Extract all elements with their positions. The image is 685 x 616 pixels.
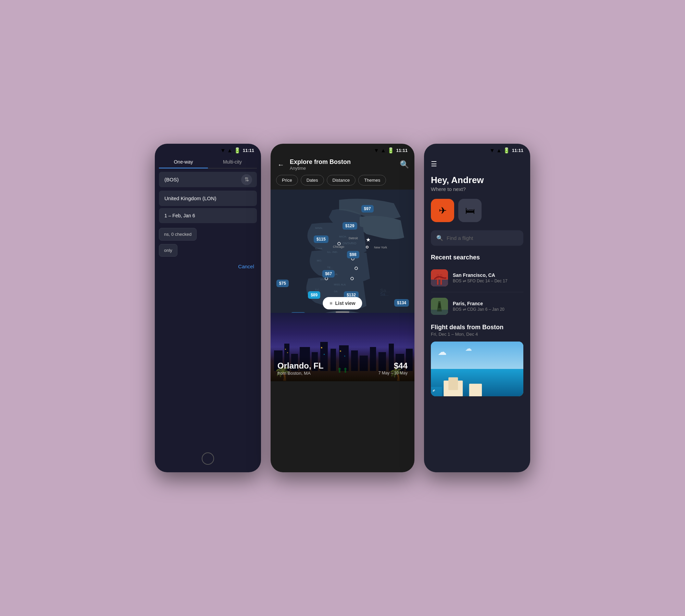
battery-icon-right: 🔋 bbox=[503, 147, 510, 154]
flight-search-bar[interactable]: 🔍 Find a flight bbox=[431, 230, 523, 246]
paris-city: Paris, France bbox=[453, 301, 523, 306]
paris-info: Paris, France BOS ⇌ CDG Jan 6 – Jan 20 bbox=[453, 301, 523, 312]
price-pin-67[interactable]: $67 bbox=[322, 270, 335, 278]
svg-rect-48 bbox=[285, 349, 286, 350]
phone-right: ▼ ▲ 🔋 11:11 ☰ Hey, Andrew Where to next?… bbox=[424, 144, 530, 472]
svg-text:IOWA: IOWA bbox=[315, 247, 323, 250]
destination-dates: 7 May – 10 May bbox=[378, 371, 408, 375]
svg-text:New York: New York bbox=[374, 246, 387, 249]
hamburger-icon[interactable]: ☰ bbox=[431, 160, 437, 168]
price-pin-97[interactable]: $97 bbox=[361, 205, 374, 213]
destination-overlay: Orlando, FL from Boston, MA $44 7 May – … bbox=[271, 356, 414, 381]
paris-thumbnail bbox=[431, 298, 448, 315]
svg-text:S.C.: S.C. bbox=[315, 288, 320, 291]
baggage-option[interactable]: ns, 0 checked bbox=[159, 228, 197, 241]
filter-themes[interactable]: Themes bbox=[358, 175, 386, 185]
flights-icon: ✈ bbox=[439, 205, 447, 216]
tab-multi-city[interactable]: Multi-city bbox=[208, 156, 257, 168]
svg-text:TE...: TE... bbox=[327, 266, 333, 269]
destination-price: $44 bbox=[378, 361, 408, 371]
status-icons-left: ▼ ▲ 🔋 bbox=[220, 147, 241, 154]
status-time-left: 11:11 bbox=[243, 148, 254, 153]
status-bar-right: ▼ ▲ 🔋 11:11 bbox=[424, 144, 530, 156]
map-area[interactable]: Sa... ONTARIO MINN. WIS. MICH. IOWA ILL.… bbox=[271, 190, 414, 381]
phones-container: ▼ ▲ 🔋 11:11 One-way Multi-city (BOS) ⇅ U… bbox=[155, 144, 530, 472]
deals-title: Flight deals from Boston bbox=[431, 324, 523, 331]
hotels-service-button[interactable]: 🛏 bbox=[458, 199, 482, 222]
svg-text:MISS. ALA.: MISS. ALA. bbox=[334, 283, 346, 286]
back-button[interactable]: ← bbox=[276, 159, 286, 170]
explore-subtitle: Anytime bbox=[290, 166, 396, 171]
recent-search-sf[interactable]: San Francisco, CA BOS ⇌ SFO Dec 14 – Dec… bbox=[424, 266, 530, 290]
price-pin-75[interactable]: $75 bbox=[276, 280, 289, 287]
greeting-text: Hey, Andrew bbox=[424, 171, 530, 186]
origin-field[interactable]: (BOS) ⇅ bbox=[159, 172, 257, 187]
deals-section: Flight deals from Boston Fri, Dec 1 – Mo… bbox=[424, 318, 530, 399]
sf-thumbnail bbox=[431, 269, 448, 286]
swap-button[interactable]: ⇅ bbox=[241, 174, 252, 185]
nav-circle[interactable] bbox=[202, 452, 214, 465]
status-time-center: 11:11 bbox=[396, 148, 408, 153]
svg-rect-55 bbox=[431, 280, 448, 286]
status-icons-right: ▼ ▲ 🔋 bbox=[489, 147, 510, 154]
price-pin-129-top[interactable]: $129 bbox=[342, 222, 357, 230]
svg-text:Chicago: Chicago bbox=[333, 245, 344, 248]
status-time-right: 11:11 bbox=[512, 148, 523, 153]
phone-center: ▼ ▲ 🔋 11:11 ← Explore from Boston Anytim… bbox=[271, 144, 414, 472]
price-pin-98[interactable]: $98 bbox=[347, 251, 359, 258]
cancel-button[interactable]: Cancel bbox=[155, 257, 261, 269]
search-placeholder: Find a flight bbox=[447, 235, 473, 241]
paris-route: BOS ⇌ CDG Jan 6 – Jan 20 bbox=[453, 307, 523, 312]
recent-search-paris[interactable]: Paris, France BOS ⇌ CDG Jan 6 – Jan 20 bbox=[424, 294, 530, 318]
svg-text:MINN.: MINN. bbox=[315, 227, 323, 230]
deals-image[interactable]: ☁ ☁ 🌊 bbox=[431, 342, 523, 396]
filter-distance[interactable]: Distance bbox=[327, 175, 356, 185]
fare-option[interactable]: only bbox=[159, 244, 177, 257]
price-pin-89[interactable]: $89 bbox=[308, 291, 320, 299]
svg-text:GA.: GA. bbox=[334, 290, 338, 293]
svg-rect-52 bbox=[340, 350, 341, 352]
where-next-text: Where to next? bbox=[424, 186, 530, 199]
signal-icon: ▲ bbox=[227, 147, 233, 154]
list-view-label: List view bbox=[335, 300, 356, 306]
recent-searches-title: Recent searches bbox=[424, 254, 530, 266]
flights-service-button[interactable]: ✈ bbox=[431, 199, 454, 222]
filters-row: Price Dates Distance Themes bbox=[271, 175, 414, 190]
svg-text:Sa...: Sa... bbox=[380, 292, 389, 297]
paris-thumb-image bbox=[431, 298, 448, 315]
price-pin-134[interactable]: $134 bbox=[394, 299, 409, 307]
svg-rect-57 bbox=[440, 274, 442, 285]
svg-text:ONTARIO: ONTARIO bbox=[342, 242, 356, 245]
signal-icon-right: ▲ bbox=[496, 147, 502, 154]
deals-subtitle: Fri, Dec 1 – Mon, Dec 4 bbox=[431, 332, 523, 337]
filter-price[interactable]: Price bbox=[276, 175, 298, 185]
explore-title: Explore from Boston bbox=[290, 158, 396, 166]
options-row: ns, 0 checked only bbox=[159, 228, 257, 257]
signal-icon-center: ▲ bbox=[381, 147, 386, 154]
destination-field[interactable]: United Kingdom (LON) bbox=[159, 191, 257, 206]
date-field[interactable]: 1 – Feb, Jan 6 bbox=[159, 208, 257, 223]
list-view-button[interactable]: ≡ List view bbox=[323, 297, 362, 309]
svg-text:MICH.: MICH. bbox=[339, 235, 347, 238]
destination-from: from Boston, MA bbox=[277, 371, 324, 376]
svg-text:🌊: 🌊 bbox=[433, 389, 436, 392]
sf-thumb-image bbox=[431, 269, 448, 286]
hotels-icon: 🛏 bbox=[465, 205, 475, 216]
wifi-icon-right: ▼ bbox=[489, 147, 495, 154]
wifi-icon: ▼ bbox=[220, 147, 226, 154]
destination-city: Orlando, FL bbox=[277, 361, 324, 371]
svg-text:Detroit: Detroit bbox=[349, 236, 358, 240]
svg-text:MO.: MO. bbox=[317, 259, 322, 262]
filter-dates[interactable]: Dates bbox=[301, 175, 324, 185]
battery-icon-center: 🔋 bbox=[387, 147, 394, 154]
wifi-icon-center: ▼ bbox=[374, 147, 379, 154]
svg-rect-51 bbox=[324, 354, 325, 355]
center-header: ← Explore from Boston Anytime 🔍 bbox=[271, 156, 414, 175]
svg-text:★: ★ bbox=[366, 237, 371, 243]
svg-rect-64 bbox=[469, 384, 482, 396]
price-pin-115[interactable]: $115 bbox=[314, 235, 328, 243]
status-icons-center: ▼ ▲ 🔋 bbox=[374, 147, 394, 154]
tab-one-way[interactable]: One-way bbox=[159, 156, 208, 168]
destination-card[interactable]: 🌴 🌴 ⬆⬆ Orlando, FL from Boston, MA $44 7… bbox=[271, 313, 414, 381]
search-icon-center[interactable]: 🔍 bbox=[400, 160, 409, 169]
